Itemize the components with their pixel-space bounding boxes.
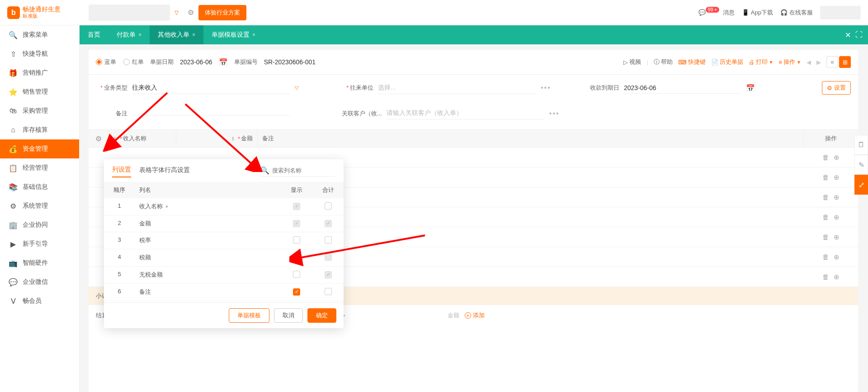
sidebar-item-1[interactable]: ⇧快捷导航 xyxy=(0,44,79,63)
tab-1[interactable]: 付款单× xyxy=(108,25,150,44)
popup-template-button[interactable]: 单据模板 xyxy=(229,308,269,323)
checkbox-off-icon[interactable] xyxy=(293,271,300,278)
calendar-icon[interactable]: 📅 xyxy=(746,84,755,92)
popup-column-row[interactable]: 6 备注 ✓ xyxy=(104,284,344,301)
sidebar-item-10[interactable]: 🏢企业协同 xyxy=(0,215,79,234)
popup-ok-button[interactable]: 确定 xyxy=(307,308,336,323)
sidebar-item-8[interactable]: 📚基础信息 xyxy=(0,177,79,196)
sidebar-item-11[interactable]: ▶新手引导 xyxy=(0,234,79,253)
col-amount[interactable]: ▲▼ *金额 xyxy=(176,130,258,147)
relate-customer-field[interactable]: 关联客户（收... 请输入关联客户（收入单） ••• xyxy=(342,107,577,120)
sidebar-item-4[interactable]: 🛍采购管理 xyxy=(0,101,79,120)
trial-industry-button[interactable]: 体验行业方案 xyxy=(198,5,246,20)
party-field[interactable]: *往来单位 选择... ••• xyxy=(342,81,577,95)
float-edit-icon[interactable]: ✎ xyxy=(854,155,868,175)
operate-button[interactable]: ≡ 操作 ▼ xyxy=(779,58,802,66)
app-download-link[interactable]: 📱 App下载 xyxy=(742,9,773,17)
history-button[interactable]: 📄 历史单据 xyxy=(711,58,743,66)
popup-search[interactable]: 🔍 xyxy=(260,166,335,177)
prev-button[interactable]: ◀ xyxy=(807,59,811,66)
checkbox-off-icon[interactable] xyxy=(325,288,332,295)
play-icon: ▷ xyxy=(623,59,628,66)
biz-type-field[interactable]: *业务类型 往来收入 ▽ xyxy=(96,81,331,95)
sidebar-item-0[interactable]: 🔍搜索菜单 xyxy=(0,25,79,44)
history-icon: 📄 xyxy=(711,59,718,66)
sidebar-item-3[interactable]: ⭐销售管理 xyxy=(0,82,79,101)
tab-close-icon[interactable]: × xyxy=(252,32,255,38)
help-button[interactable]: ⓘ 帮助 xyxy=(654,58,673,66)
messages-link[interactable]: 💬 99 + 消息 xyxy=(698,9,735,17)
radio-red[interactable]: 红单 xyxy=(123,58,144,66)
float-expand-icon[interactable]: ⤢ xyxy=(854,175,868,195)
copy-icon[interactable]: ⊕ xyxy=(834,173,840,182)
settings-icon[interactable]: ⚙ xyxy=(188,8,194,17)
delete-icon[interactable]: 🗑 xyxy=(822,173,829,181)
radio-blue[interactable]: 蓝单 xyxy=(96,58,116,66)
sidebar-item-12[interactable]: 📺智能硬件 xyxy=(0,253,79,272)
sidebar-item-2[interactable]: 🎁营销推广 xyxy=(0,63,79,82)
popup-column-row[interactable]: 3 税率 xyxy=(104,232,344,249)
shortcut-button[interactable]: ⌨ 快捷键 xyxy=(678,58,706,66)
delete-icon[interactable]: 🗑 xyxy=(822,213,829,221)
gear-icon: ⚙ xyxy=(827,85,832,91)
column-settings-button[interactable]: ⚙ xyxy=(89,130,108,147)
online-service-link[interactable]: 🎧 在线客服 xyxy=(780,9,813,17)
popup-search-input[interactable] xyxy=(272,167,335,174)
copy-icon[interactable]: ⊕ xyxy=(834,153,840,162)
col-income[interactable]: ▲▼ *收入名称 xyxy=(108,130,176,147)
sidebar-item-5[interactable]: ⌂库存核算 xyxy=(0,120,79,139)
checkbox-off-icon[interactable] xyxy=(325,236,332,244)
copy-icon[interactable]: ⊕ xyxy=(834,233,840,241)
view-toggle-card[interactable]: ⊞ xyxy=(839,56,851,68)
float-note-icon[interactable]: 🗒 xyxy=(854,135,868,155)
copy-icon[interactable]: ⊕ xyxy=(834,253,840,261)
add-button[interactable]: + 添加 xyxy=(465,311,485,320)
calendar-icon[interactable]: 📅 xyxy=(219,58,228,67)
settings-button[interactable]: ⚙ 设置 xyxy=(822,81,851,95)
company-dropdown-icon[interactable]: ▽ xyxy=(175,10,179,16)
popup-cancel-button[interactable]: 取消 xyxy=(274,308,303,323)
fullscreen-icon[interactable]: ⛶ xyxy=(855,31,863,39)
delete-icon[interactable]: 🗑 xyxy=(822,233,829,241)
popup-column-row[interactable]: 5 无税金额 ✓ xyxy=(104,267,344,284)
popup-column-row[interactable]: 7 核销金额 xyxy=(104,301,344,302)
due-date-field[interactable]: 收款到期日 2023-06-06 📅 xyxy=(588,81,811,95)
popup-tab-font[interactable]: 表格字体行高设置 xyxy=(139,166,190,177)
popup-column-row[interactable]: 4 税额 xyxy=(104,249,344,267)
delete-icon[interactable]: 🗑 xyxy=(822,193,829,201)
sidebar-icon: 📚 xyxy=(9,183,17,191)
copy-icon[interactable]: ⊕ xyxy=(834,193,840,201)
tab-3[interactable]: 单据模板设置× xyxy=(203,25,264,44)
tab-2[interactable]: 其他收入单× xyxy=(150,25,203,44)
view-toggle-list[interactable]: ≡ xyxy=(826,56,838,68)
company-selector[interactable] xyxy=(89,5,170,21)
video-button[interactable]: ▷ 视频 xyxy=(623,58,641,66)
user-avatar[interactable] xyxy=(820,6,861,19)
tab-close-icon[interactable]: × xyxy=(192,32,195,38)
tab-0[interactable]: 首页 xyxy=(80,25,108,44)
sidebar-item-13[interactable]: 💬企业微信 xyxy=(0,272,79,292)
popup-column-row[interactable]: 1 收入名称▼ ✓ xyxy=(104,198,344,215)
remark-field[interactable]: 备注 xyxy=(96,107,331,120)
sidebar-item-6[interactable]: 💰资金管理 xyxy=(0,139,79,158)
copy-icon[interactable]: ⊕ xyxy=(834,273,840,281)
next-button[interactable]: ▶ xyxy=(816,59,821,66)
close-tab-icon[interactable]: ✕ xyxy=(845,31,851,39)
sidebar-item-9[interactable]: ⚙系统管理 xyxy=(0,196,79,215)
date-value[interactable]: 2023-06-06 xyxy=(180,58,212,66)
checkbox-off-icon[interactable] xyxy=(325,202,332,210)
sidebar-item-14[interactable]: Ⅴ畅会员 xyxy=(0,292,79,311)
popup-tab-columns[interactable]: 列设置 xyxy=(112,166,131,177)
tab-close-icon[interactable]: × xyxy=(138,32,142,38)
sidebar-item-7[interactable]: 📋经营管理 xyxy=(0,158,79,177)
popup-column-row[interactable]: 2 金额 ✓ ✓ xyxy=(104,215,344,232)
checkbox-off-icon[interactable] xyxy=(293,253,300,261)
delete-icon[interactable]: 🗑 xyxy=(822,253,829,261)
checkbox-off-icon[interactable] xyxy=(293,236,300,244)
copy-icon[interactable]: ⊕ xyxy=(834,213,840,221)
checkbox-disabled-icon: ✓ xyxy=(293,203,300,210)
delete-icon[interactable]: 🗑 xyxy=(822,273,829,281)
delete-icon[interactable]: 🗑 xyxy=(822,153,829,161)
checkbox-on-icon[interactable]: ✓ xyxy=(293,288,300,296)
print-button[interactable]: 🖨 打印 ▼ xyxy=(749,58,774,66)
